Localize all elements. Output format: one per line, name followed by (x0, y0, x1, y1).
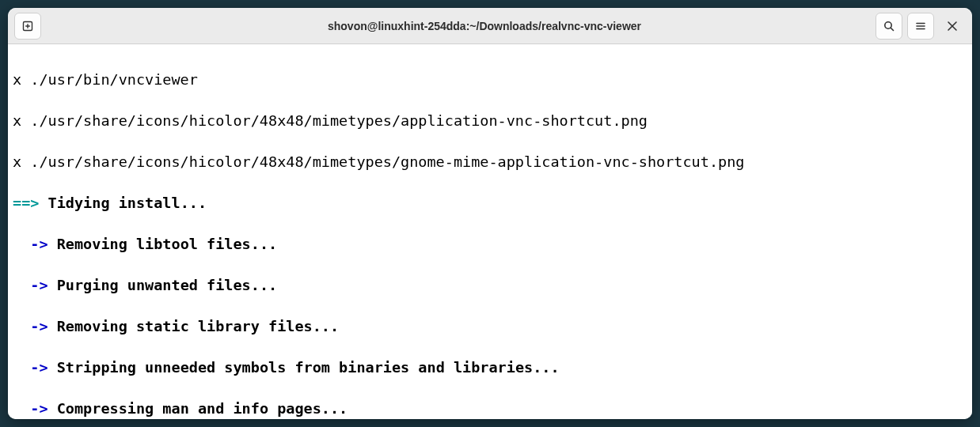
terminal-output[interactable]: x ./usr/bin/vncviewer x ./usr/share/icon… (8, 44, 972, 419)
output-line: -> Stripping unneeded symbols from binar… (13, 357, 967, 378)
new-tab-button[interactable] (14, 13, 41, 40)
output-line: -> Removing static library files... (13, 316, 967, 337)
search-button[interactable] (876, 13, 902, 40)
titlebar: shovon@linuxhint-254dda:~/Downloads/real… (8, 8, 972, 44)
close-button[interactable] (939, 13, 966, 40)
svg-line-4 (891, 28, 893, 30)
window-title: shovon@linuxhint-254dda:~/Downloads/real… (98, 20, 871, 32)
output-line: x ./usr/share/icons/hicolor/48x48/mimety… (13, 152, 967, 172)
output-line: -> Removing libtool files... (13, 234, 967, 255)
output-line: x ./usr/bin/vncviewer (13, 70, 967, 90)
output-line: ==> Tidying install... (13, 193, 967, 214)
output-line: -> Purging unwanted files... (13, 275, 967, 296)
output-line: -> Compressing man and info pages... (13, 399, 967, 419)
hamburger-menu-button[interactable] (907, 13, 934, 40)
terminal-window: shovon@linuxhint-254dda:~/Downloads/real… (8, 8, 972, 419)
output-line: x ./usr/share/icons/hicolor/48x48/mimety… (13, 111, 967, 131)
